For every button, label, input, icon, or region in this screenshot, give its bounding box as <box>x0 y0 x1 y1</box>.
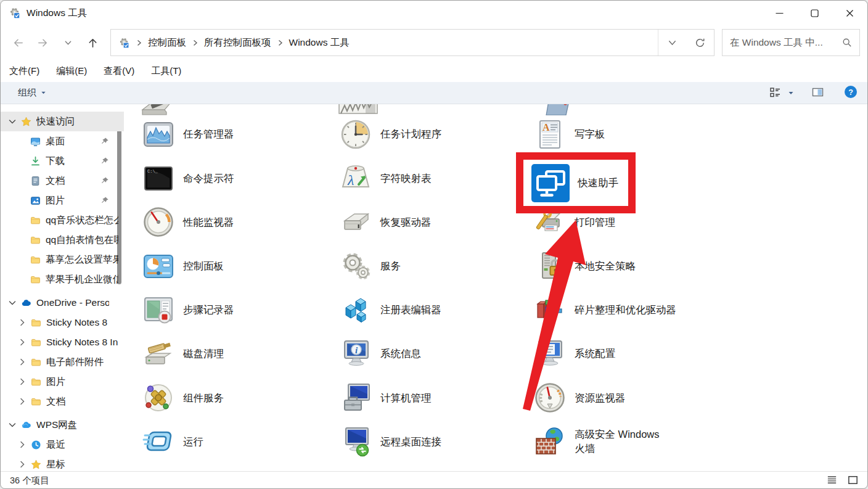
tool-item-label: 任务计划程序 <box>380 127 441 141</box>
chevron-right-icon[interactable] <box>17 357 27 367</box>
pin-icon <box>100 157 109 165</box>
view-dropdown-arrow[interactable] <box>788 88 794 98</box>
recovery-drive-icon <box>340 206 372 238</box>
sidebar-item-folder-muxiang[interactable]: 幕享怎么设置苹果 <box>1 250 124 269</box>
address-dropdown-chevron[interactable] <box>658 30 686 55</box>
large-icons-view-button[interactable] <box>847 474 859 488</box>
chevron-right-icon[interactable] <box>17 459 27 469</box>
sidebar-item-recent[interactable]: 最近 <box>1 435 124 454</box>
tool-item-system-information[interactable]: i系统信息 <box>340 338 421 370</box>
chevron-right-icon[interactable] <box>17 377 27 387</box>
change-view-button[interactable] <box>769 86 782 101</box>
tool-item-label: 命令提示符 <box>183 171 234 186</box>
sidebar-item-folder-apple-wechat[interactable]: 苹果手机企业微信 <box>1 269 124 289</box>
character-map-icon: λ <box>340 162 372 194</box>
chevron-down-icon[interactable] <box>7 298 17 308</box>
maximize-button[interactable] <box>797 1 832 25</box>
sidebar-section-wps-cloud[interactable]: WPS网盘 <box>1 415 124 435</box>
tool-item-print-management[interactable]: 打印管理 <box>534 206 615 238</box>
breadcrumb-segment[interactable]: Windows 工具 <box>289 36 350 49</box>
tool-item-local-security-policy[interactable]: 本地安全策略 <box>534 250 636 282</box>
tool-item-label: 运行 <box>183 435 203 449</box>
details-view-button[interactable] <box>826 474 838 488</box>
tool-item-wordpad[interactable]: A写字板 <box>534 118 605 150</box>
tool-item-computer-management[interactable]: 计算机管理 <box>340 382 432 414</box>
chevron-down-icon[interactable] <box>7 420 17 430</box>
organize-button[interactable]: 组织 <box>18 87 46 99</box>
sidebar-section-label: 快速访问 <box>36 115 75 128</box>
tool-item-registry-editor[interactable]: 注册表编辑器 <box>340 294 441 326</box>
tool-item-system-configuration[interactable]: 系统配置 <box>534 338 615 370</box>
sidebar-item-sticky-notes-8[interactable]: Sticky Notes 8 <box>1 313 124 332</box>
minimize-button[interactable] <box>762 1 797 25</box>
help-button[interactable]: ? <box>844 85 858 101</box>
tool-item-task-manager[interactable]: 任务管理器 <box>142 118 234 150</box>
chevron-right-icon[interactable] <box>17 440 27 450</box>
tool-item-control-panel[interactable]: 控制面板 <box>142 250 224 282</box>
search-input[interactable]: 在 Windows 工具 中... <box>722 29 860 56</box>
tool-item-resource-monitor[interactable]: 资源监视器 <box>534 382 626 414</box>
tool-item-command-prompt[interactable]: C:\_命令提示符 <box>142 162 234 194</box>
recent-locations-chevron[interactable] <box>57 32 78 53</box>
tool-item-remote-desktop[interactable]: 远程桌面连接 <box>340 425 441 458</box>
sidebar-item-od-documents[interactable]: 文档 <box>1 392 124 411</box>
tool-item-task-scheduler[interactable]: 任务计划程序 <box>340 118 441 150</box>
breadcrumb-segment[interactable]: 所有控制面板项 <box>204 36 271 49</box>
document-icon <box>30 176 41 186</box>
tool-item-label: 步骤记录器 <box>183 303 234 317</box>
sidebar-item-pictures[interactable]: 图片 <box>1 191 124 210</box>
tool-item-disk-cleanup[interactable]: 磁盘清理 <box>142 338 224 370</box>
menu-item[interactable]: 工具(T) <box>151 65 181 77</box>
steps-recorder-icon <box>142 294 174 326</box>
system-information-icon: i <box>340 338 372 370</box>
tool-item-recovery-drive[interactable]: 恢复驱动器 <box>340 206 432 238</box>
sidebar-section-label: WPS网盘 <box>36 419 77 432</box>
tool-item-steps-recorder[interactable]: 步骤记录器 <box>142 294 234 326</box>
chevron-right-icon[interactable] <box>17 318 27 327</box>
sidebar-item-label: 幕享怎么设置苹果 <box>46 253 118 266</box>
tool-item-character-map[interactable]: λ字符映射表 <box>340 162 432 194</box>
close-button[interactable] <box>832 1 867 25</box>
sidebar-item-email-attachments[interactable]: 电子邮件附件 <box>1 352 124 372</box>
menu-item[interactable]: 查看(V) <box>104 65 134 77</box>
sidebar-item-od-pictures[interactable]: 图片 <box>1 372 124 392</box>
forward-button[interactable] <box>33 32 54 53</box>
tool-item-windows-firewall[interactable]: 高级安全 Windows 火墙 <box>534 425 672 458</box>
status-bar: 36 个项目 <box>1 471 867 489</box>
sidebar-item-starred[interactable]: 星标 <box>1 454 124 471</box>
address-bar[interactable]: 控制面板所有控制面板项Windows 工具 <box>110 29 714 56</box>
sidebar-section-quick-access[interactable]: 快速访问 <box>1 112 124 131</box>
tool-item-performance-monitor[interactable]: 性能监视器 <box>142 206 234 238</box>
tool-item-defrag-optimize-drives[interactable]: 碎片整理和优化驱动器 <box>534 294 676 326</box>
refresh-button[interactable] <box>686 30 714 55</box>
sidebar-item-label: 最近 <box>46 438 65 451</box>
chevron-right-icon[interactable] <box>17 397 27 406</box>
preview-pane-button[interactable] <box>811 86 824 101</box>
star-icon <box>21 117 31 127</box>
sidebar-item-downloads[interactable]: 下载 <box>1 151 124 171</box>
tool-item-services[interactable]: 服务 <box>340 250 401 282</box>
sidebar-item-sticky-notes-8-in[interactable]: Sticky Notes 8 In <box>1 332 124 352</box>
breadcrumb-segment[interactable]: 控制面板 <box>148 36 186 49</box>
back-button[interactable] <box>7 32 28 53</box>
tool-item-component-services[interactable]: 组件服务 <box>142 382 224 414</box>
tool-item-quick-assist[interactable]: 快速助手 <box>531 163 618 203</box>
chevron-right-icon[interactable] <box>17 337 27 347</box>
breadcrumb-separator-icon <box>136 39 142 46</box>
svg-text:A: A <box>542 122 550 133</box>
explorer-window: Windows 工具 <box>0 0 868 489</box>
up-button[interactable] <box>83 32 104 53</box>
control-panel-icon <box>142 250 174 282</box>
sidebar-section-onedrive[interactable]: OneDrive - Personal <box>1 293 124 313</box>
tool-item-run[interactable]: 运行 <box>142 425 203 458</box>
sidebar-item-folder-qq-music[interactable]: qq音乐状态栏怎么 <box>1 210 124 230</box>
task-manager-icon <box>142 118 174 150</box>
menu-item[interactable]: 文件(F) <box>9 65 39 77</box>
wps-cloud-icon <box>21 420 31 430</box>
sidebar-item-desktop[interactable]: 桌面 <box>1 131 124 151</box>
menu-item[interactable]: 编辑(E) <box>56 65 87 77</box>
defrag-icon <box>534 294 566 326</box>
sidebar-item-folder-qq-selfie[interactable]: qq自拍表情包在哪 <box>1 230 124 250</box>
sidebar-item-documents[interactable]: 文档 <box>1 171 124 191</box>
chevron-down-icon[interactable] <box>7 117 17 126</box>
